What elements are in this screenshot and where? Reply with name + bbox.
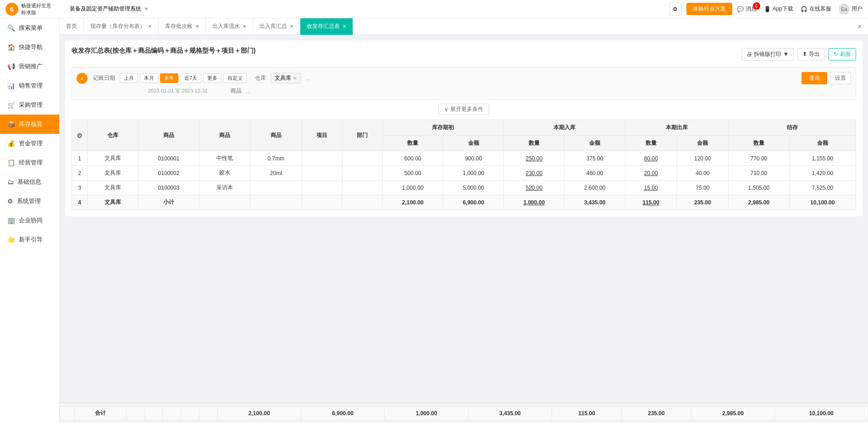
sidebar-icon-assets: 💰 <box>7 140 15 147</box>
export-icon: ⬆ <box>802 51 807 57</box>
close-all-tabs-button[interactable]: ✕ <box>851 23 868 30</box>
row-no: 1 <box>72 151 88 166</box>
goods-more-button[interactable]: ... <box>246 88 250 94</box>
dropdown-arrow-icon[interactable]: ▼ <box>144 6 149 11</box>
sidebar-item-operations[interactable]: 📋经营管理 <box>0 153 59 172</box>
row-out-qty[interactable]: 20.00 <box>625 166 677 181</box>
sidebar-label-sales: 销售管理 <box>19 82 43 90</box>
sidebar-item-guide[interactable]: 🌟新手引导 <box>0 230 59 249</box>
warehouse-tag-close[interactable]: ✕ <box>293 76 297 81</box>
date-buttons: 上月 本月 本年 近7天 更多 自定义 <box>120 73 247 83</box>
tab-inventory-dist[interactable]: 现存量（库存分布表）✕ <box>84 18 159 35</box>
row-in-amount: 375.00 <box>564 151 625 166</box>
total-opening-qty: 2,100.00 <box>217 407 301 420</box>
tab-inout-summary[interactable]: 出入库汇总✕ <box>253 18 300 35</box>
tab-close-inventory-dist[interactable]: ✕ <box>148 24 152 29</box>
trial-button[interactable]: 体验行业方案 <box>686 3 732 15</box>
tab-close-recv-send-summary[interactable]: ✕ <box>343 24 346 29</box>
subtotal-balance-amount: 10,100.00 <box>789 195 856 210</box>
row-warehouse: 文具库 <box>88 151 138 166</box>
content-area: 收发存汇总表(按仓库＋商品编码＋商品＋规格型号＋项目＋部门) 🖨 拆镜版打印 ▼… <box>60 35 868 402</box>
tab-close-inout-flow[interactable]: ✕ <box>243 24 246 29</box>
tab-home[interactable]: 首页 <box>60 18 84 35</box>
table-row: 1 文具库 0100001 中性笔 0.7mm 600.00 900.00 25… <box>72 151 856 166</box>
user-menu[interactable]: Ea 用户 <box>839 4 862 15</box>
table-gear-icon[interactable]: ⚙ <box>77 132 83 139</box>
last-7-days-btn[interactable]: 近7天 <box>180 73 201 83</box>
row-in-qty[interactable]: 520.00 <box>504 181 564 195</box>
sidebar-icon-guide: 🌟 <box>7 236 15 243</box>
row-product-name: 中性笔 <box>199 151 250 166</box>
subtotal-opening-qty: 2,100.00 <box>382 195 443 210</box>
total-balance-amount: 10,100.00 <box>775 407 868 420</box>
subtotal-out-qty[interactable]: 115.00 <box>642 199 659 206</box>
print-button[interactable]: 🖨 拆镜版打印 ▼ <box>741 48 794 60</box>
subtotal-out-amount: 235.00 <box>677 195 729 210</box>
subtotal-in-qty[interactable]: 1,000.00 <box>523 199 545 206</box>
in-amount-header: 金额 <box>564 136 625 151</box>
headset-icon: 🎧 <box>801 6 807 12</box>
warehouse-more-button[interactable]: ... <box>305 76 310 81</box>
opening-group-header: 库存期初 <box>382 120 504 136</box>
query-button[interactable]: 查询 <box>802 72 827 84</box>
main-area: 首页现存量（库存分布表）✕库存批次账✕出入库流水✕出入库汇总✕收发存汇总表✕ ✕… <box>60 18 868 423</box>
sidebar-item-system[interactable]: ⚙系统管理 <box>0 192 59 211</box>
balance-group-header: 结存 <box>729 120 856 136</box>
row-out-qty[interactable]: 15.00 <box>625 181 677 195</box>
message-icon: 💬 <box>737 6 744 12</box>
system-title: 装备及固定资产辅助管理系统 ▼ <box>70 5 664 13</box>
custom-date-btn[interactable]: 自定义 <box>223 73 247 83</box>
row-department <box>342 166 382 181</box>
sidebar-label-enterprise: 企业协同 <box>19 216 43 225</box>
refresh-button[interactable]: ↻ 刷新 <box>829 48 856 60</box>
gear-button[interactable]: ⚙ <box>669 3 682 16</box>
row-out-amount: 120.00 <box>677 151 729 166</box>
tab-batch[interactable]: 库存批次账✕ <box>159 18 206 35</box>
tab-close-batch[interactable]: ✕ <box>195 24 199 29</box>
subtotal-no: 4 <box>72 195 88 210</box>
sidebar-label-inventory: 库存核算 <box>19 120 43 128</box>
this-year-btn[interactable]: 本年 <box>160 73 178 83</box>
row-balance-amount: 7,525.00 <box>789 181 856 195</box>
row-warehouse: 文具库 <box>88 166 138 181</box>
this-month-btn[interactable]: 本月 <box>140 73 158 83</box>
app-download-button[interactable]: 📱 App下载 <box>764 5 793 13</box>
tab-recv-send-summary[interactable]: 收发存汇总表✕ <box>300 18 353 35</box>
tab-inout-flow[interactable]: 出入库流水✕ <box>206 18 253 35</box>
expand-button[interactable]: ∨ 展开更多条件 <box>438 104 489 115</box>
tab-close-inout-summary[interactable]: ✕ <box>290 24 293 29</box>
sidebar-item-quick[interactable]: 🏠快捷导航 <box>0 38 59 57</box>
sidebar-item-inventory[interactable]: 📦库存核算 <box>0 115 59 134</box>
sidebar-item-purchase[interactable]: 🛒采购管理 <box>0 95 59 115</box>
row-out-amount: 40.00 <box>677 166 729 181</box>
messages-button[interactable]: 💬 消息 6 <box>737 5 757 13</box>
row-no: 2 <box>72 166 88 181</box>
sidebar-label-guide: 新手引导 <box>19 236 43 244</box>
chevron-down-expand-icon: ∨ <box>444 106 448 113</box>
total-opening-amount: 6,900.00 <box>301 407 384 420</box>
online-service-button[interactable]: 🎧 在线客服 <box>801 5 831 13</box>
filter-collapse-button[interactable]: ‹ <box>77 73 88 84</box>
export-button[interactable]: ⬆ 导出 <box>797 48 825 60</box>
warehouse-tag: 文具库 ✕ <box>271 73 301 83</box>
sidebar-item-enterprise[interactable]: 🏢企业协同 <box>0 211 59 230</box>
total-out-amount: 235.00 <box>621 407 691 420</box>
row-in-qty[interactable]: 250.00 <box>504 151 564 166</box>
sidebar-item-base[interactable]: 🗂基础信息 <box>0 172 59 192</box>
sidebar-item-marketing[interactable]: 📢营销推广 <box>0 57 59 76</box>
product-spec-header: 商品 <box>250 120 302 151</box>
tab-label-home: 首页 <box>66 22 77 30</box>
summary-table: ⚙ 仓库 商品 商品 商品 项目 部门 库存期初 本期入库 本期出库 <box>72 120 856 210</box>
more-date-btn[interactable]: 更多 <box>203 73 221 83</box>
row-in-qty[interactable]: 230.00 <box>504 166 564 181</box>
sidebar-item-search[interactable]: 🔍搜索菜单 <box>0 18 59 38</box>
last-month-btn[interactable]: 上月 <box>120 73 138 83</box>
date-label: 记账日期 <box>93 74 115 82</box>
sidebar-item-assets[interactable]: 💰资金管理 <box>0 134 59 153</box>
expand-bar: ∨ 展开更多条件 <box>72 104 856 115</box>
row-product-code: 0100001 <box>138 151 199 166</box>
row-out-qty[interactable]: 80.00 <box>625 151 677 166</box>
sidebar-item-sales[interactable]: 📊销售管理 <box>0 76 59 95</box>
row-opening-amount: 5,000.00 <box>443 181 503 195</box>
setting-button[interactable]: 设置 <box>830 72 851 84</box>
